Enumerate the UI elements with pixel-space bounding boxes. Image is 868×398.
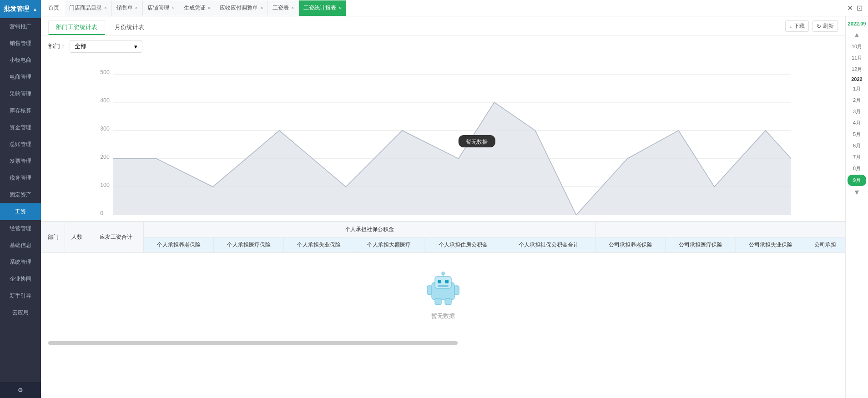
timeline-12月[interactable]: 12月 [846, 64, 868, 75]
filter-dept-value: 全部 [75, 42, 86, 50]
timeline-7月[interactable]: 7月 [846, 151, 868, 163]
sidebar-title: 批发管理 [4, 5, 29, 13]
tab-工资表[interactable]: 工资表 × [268, 0, 299, 16]
timeline-up-icon[interactable]: ▲ [852, 29, 863, 41]
timeline-down-icon[interactable]: ▼ [852, 186, 863, 198]
svg-text:100: 100 [100, 182, 110, 188]
table-scrollbar[interactable] [48, 341, 458, 345]
timeline-11月[interactable]: 11月 [846, 52, 868, 64]
timeline-9月[interactable]: 9月 [848, 175, 866, 186]
tab-close-应收应付调整单[interactable]: × [260, 5, 263, 10]
tab-close-店铺管理[interactable]: × [172, 5, 174, 10]
chart-area: 0 100 200 300 400 500 [41, 57, 845, 221]
sidebar-item-电商管理[interactable]: 电商管理 [0, 69, 41, 86]
subtab-部门工资统计表[interactable]: 部门工资统计表 [48, 20, 105, 35]
timeline-5月[interactable]: 5月 [846, 129, 868, 140]
tab-close-工资统计报表[interactable]: × [338, 5, 341, 10]
tab-close-门店商品目录[interactable]: × [104, 5, 107, 10]
tab-close-工资表[interactable]: × [291, 5, 294, 10]
sidebar-item-企业协同[interactable]: 企业协同 [0, 271, 41, 287]
chart-tooltip-text: 暂无数据 [466, 139, 488, 145]
sub-tabs: 部门工资统计表 月份统计表 ↓ 下载 ↻ 刷新 [41, 16, 845, 35]
sidebar-settings-icon[interactable]: ⚙ [0, 382, 41, 398]
filter-row: 部门： 全部 ▾ [41, 35, 845, 57]
sub-tabs-right: ↓ 下载 ↻ 刷新 [785, 20, 838, 35]
timeline-sidebar: 2022.09 ▲ 10月 11月 12月 2022 1月 2月 3月 4月 5… [845, 16, 868, 398]
th-personal-group: 个人承担社保公积金 [143, 222, 595, 237]
sidebar-item-系统管理[interactable]: 系统管理 [0, 254, 41, 271]
tab-home[interactable]: 首页 [43, 0, 65, 16]
th-personal-bigmedical: 个人承担大额医疗 [354, 237, 424, 253]
svg-text:300: 300 [100, 126, 110, 132]
sidebar-item-新手引导[interactable]: 新手引导 [0, 287, 41, 304]
sidebar-item-基础信息[interactable]: 基础信息 [0, 237, 41, 254]
th-company-pension: 公司承担养老保险 [595, 237, 666, 253]
sidebar-item-固定资产[interactable]: 固定资产 [0, 186, 41, 203]
th-personal-pension: 个人承担养老保险 [143, 237, 213, 253]
filter-dept-label: 部门： [48, 42, 66, 50]
tab-店铺管理[interactable]: 店铺管理 × [143, 0, 179, 16]
th-personal-unemployment: 个人承担失业保险 [284, 237, 354, 253]
tab-close-生成凭证[interactable]: × [208, 5, 211, 10]
th-personal-total: 个人承担社保公积金合计 [502, 237, 595, 253]
chart-svg: 0 100 200 300 400 500 [48, 57, 838, 221]
no-data-area: 暂无数据 [41, 253, 845, 338]
tab-bar-end: ✕ ⊡ [842, 4, 868, 12]
timeline-label: 2022.09 [846, 18, 868, 29]
timeline-10月[interactable]: 10月 [846, 41, 868, 52]
subtab-月份统计表[interactable]: 月份统计表 [107, 20, 152, 35]
svg-rect-14 [438, 280, 441, 283]
sidebar-item-总账管理[interactable]: 总账管理 [0, 136, 41, 153]
svg-text:200: 200 [100, 154, 110, 160]
sidebar-collapse-icon[interactable]: ▲ [33, 7, 37, 12]
th-personal-medical: 个人承担医疗保险 [214, 237, 284, 253]
timeline-year-2022[interactable]: 2022 [846, 75, 868, 83]
sidebar-item-工资[interactable]: 工资 [0, 203, 41, 220]
sidebar-item-采购管理[interactable]: 采购管理 [0, 86, 41, 102]
timeline-4月[interactable]: 4月 [846, 117, 868, 129]
svg-text:400: 400 [100, 97, 110, 104]
main-area: 首页 门店商品目录 × 销售单 × 店铺管理 × 生成凭证 × 应收应付调整单 … [41, 0, 868, 398]
svg-rect-16 [438, 285, 449, 287]
table-area[interactable]: 部门 人数 应发工资合计 个人承担社保公积金 个人承担养老保险 个人承担医疗保险… [41, 221, 845, 398]
data-table: 部门 人数 应发工资合计 个人承担社保公积金 个人承担养老保险 个人承担医疗保险… [41, 222, 845, 253]
refresh-button[interactable]: ↻ 刷新 [812, 20, 838, 32]
refresh-icon: ↻ [817, 23, 821, 30]
filter-dept-select[interactable]: 全部 ▾ [70, 40, 142, 53]
content-area: 部门工资统计表 月份统计表 ↓ 下载 ↻ 刷新 部门： [41, 16, 868, 398]
sidebar-item-税务管理[interactable]: 税务管理 [0, 170, 41, 186]
timeline-8月[interactable]: 8月 [846, 163, 868, 174]
th-people: 人数 [65, 222, 89, 253]
tab-应收应付调整单[interactable]: 应收应付调整单 × [215, 0, 268, 16]
sidebar-item-云应用[interactable]: 云应用 [0, 304, 41, 321]
chevron-down-icon: ▾ [134, 43, 137, 50]
svg-rect-21 [435, 298, 441, 305]
download-button[interactable]: ↓ 下载 [785, 20, 809, 32]
sidebar-item-库存核算[interactable]: 库存核算 [0, 102, 41, 119]
sidebar-item-发票管理[interactable]: 发票管理 [0, 153, 41, 170]
tab-销售单[interactable]: 销售单 × [112, 0, 143, 16]
th-company-medical: 公司承担医疗保险 [666, 237, 736, 253]
svg-rect-20 [454, 286, 459, 295]
th-company-other: 公司承担 [806, 237, 845, 253]
sidebar-item-营销推广[interactable]: 营销推广 [0, 18, 41, 35]
svg-rect-15 [445, 280, 449, 283]
tab-生成凭证[interactable]: 生成凭证 × [179, 0, 216, 16]
tab-close-all-icon[interactable]: ✕ [845, 4, 855, 12]
timeline-3月[interactable]: 3月 [846, 106, 868, 117]
tab-门店商品目录[interactable]: 门店商品目录 × [65, 0, 112, 16]
content-inner: 部门工资统计表 月份统计表 ↓ 下载 ↻ 刷新 部门： [41, 16, 845, 398]
tab-restore-icon[interactable]: ⊡ [855, 4, 864, 12]
tab-工资统计报表[interactable]: 工资统计报表 × [299, 0, 346, 16]
tab-close-销售单[interactable]: × [135, 5, 138, 10]
sidebar-item-资金管理[interactable]: 资金管理 [0, 119, 41, 136]
sidebar-header[interactable]: 批发管理 ▲ [0, 0, 41, 18]
th-company-unemployment: 公司承担失业保险 [736, 237, 806, 253]
sidebar-item-小畅电商[interactable]: 小畅电商 [0, 52, 41, 69]
sidebar-item-销售管理[interactable]: 销售管理 [0, 35, 41, 52]
timeline-1月[interactable]: 1月 [846, 83, 868, 95]
th-dept: 部门 [41, 222, 65, 253]
timeline-2月[interactable]: 2月 [846, 95, 868, 106]
sidebar-item-经营管理[interactable]: 经营管理 [0, 220, 41, 237]
timeline-6月[interactable]: 6月 [846, 140, 868, 151]
